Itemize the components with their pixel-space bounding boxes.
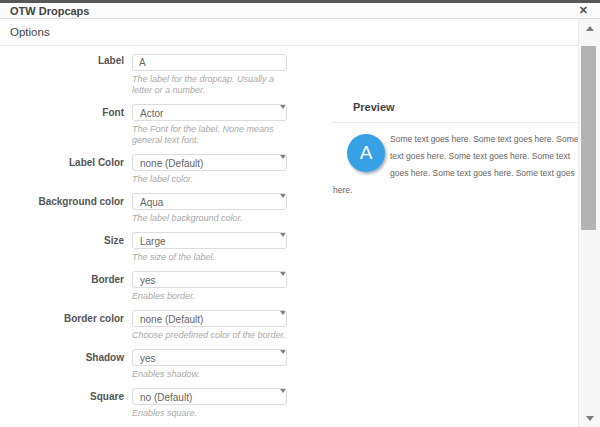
form-row-shadow: Shadow yes Enables shadow. bbox=[0, 349, 578, 388]
field-label: Background color bbox=[0, 193, 132, 232]
preview-heading: Preview bbox=[333, 101, 579, 123]
field-help: The Font for the label. None means gener… bbox=[132, 124, 288, 146]
field-help: Enables square. bbox=[132, 408, 288, 419]
select-sorter-icon bbox=[274, 197, 280, 210]
preview-text: ASome text goes here. Some text goes her… bbox=[333, 131, 579, 199]
scroll-down-button[interactable] bbox=[579, 411, 600, 425]
field-label: Shadow bbox=[0, 349, 132, 388]
form-row-square: Square no (Default) Enables square. bbox=[0, 388, 578, 427]
field-help: The label for the dropcap. Usually a let… bbox=[132, 74, 288, 96]
form-row-border-color: Border color none (Default) Choose prede… bbox=[0, 310, 578, 349]
preview-panel: Preview ASome text goes here. Some text … bbox=[333, 101, 579, 199]
field-label: Border bbox=[0, 271, 132, 310]
field-label: Label Color bbox=[0, 154, 132, 193]
field-label: Label bbox=[0, 52, 132, 104]
label-color-select[interactable]: none (Default) bbox=[132, 154, 287, 171]
select-value: none (Default) bbox=[140, 158, 203, 169]
field-help: Enables shadow. bbox=[132, 369, 288, 380]
select-value: Large bbox=[140, 236, 166, 247]
scroll-up-button[interactable] bbox=[579, 21, 600, 35]
arrow-up-icon bbox=[586, 26, 594, 31]
background-color-select[interactable]: Aqua bbox=[132, 193, 287, 210]
border-select[interactable]: yes bbox=[132, 271, 287, 288]
select-sorter-icon bbox=[274, 108, 280, 121]
select-value: Actor bbox=[140, 108, 163, 119]
field-label: Square bbox=[0, 388, 132, 427]
scrollbar-thumb[interactable] bbox=[581, 46, 596, 230]
field-help: The label background color. bbox=[132, 213, 288, 224]
field-help: The label color. bbox=[132, 174, 288, 185]
select-value: Aqua bbox=[140, 197, 163, 208]
font-select[interactable]: Actor bbox=[132, 104, 287, 121]
select-sorter-icon bbox=[274, 314, 280, 327]
field-label: Size bbox=[0, 232, 132, 271]
field-help: Choose predefined color of the border. bbox=[132, 330, 288, 341]
field-help: Enables border. bbox=[132, 291, 288, 302]
select-sorter-icon bbox=[274, 236, 280, 249]
select-sorter-icon bbox=[274, 275, 280, 288]
modal-titlebar: OTW Dropcaps ✕ bbox=[0, 3, 600, 19]
select-value: no (Default) bbox=[140, 392, 192, 403]
vertical-scrollbar[interactable] bbox=[578, 19, 600, 427]
field-help: The size of the label. bbox=[132, 252, 288, 263]
square-select[interactable]: no (Default) bbox=[132, 388, 287, 405]
select-sorter-icon bbox=[274, 392, 280, 405]
field-label: Font bbox=[0, 104, 132, 154]
form-row-border: Border yes Enables border. bbox=[0, 271, 578, 310]
modal-title: OTW Dropcaps bbox=[10, 5, 89, 17]
select-value: yes bbox=[140, 353, 156, 364]
arrow-down-icon bbox=[586, 416, 594, 421]
options-section-heading: Options bbox=[0, 19, 578, 46]
select-value: none (Default) bbox=[140, 314, 203, 325]
label-input[interactable] bbox=[132, 54, 287, 71]
modal-body: Options Label The label for the dropcap.… bbox=[0, 19, 578, 427]
select-sorter-icon bbox=[274, 158, 280, 171]
form-row-label: Label The label for the dropcap. Usually… bbox=[0, 52, 578, 104]
select-sorter-icon bbox=[274, 353, 280, 366]
dropcap-circle: A bbox=[347, 134, 385, 172]
form-row-size: Size Large The size of the label. bbox=[0, 232, 578, 271]
shadow-select[interactable]: yes bbox=[132, 349, 287, 366]
size-select[interactable]: Large bbox=[132, 232, 287, 249]
close-icon[interactable]: ✕ bbox=[577, 4, 590, 17]
border-color-select[interactable]: none (Default) bbox=[132, 310, 287, 327]
field-label: Border color bbox=[0, 310, 132, 349]
select-value: yes bbox=[140, 275, 156, 286]
